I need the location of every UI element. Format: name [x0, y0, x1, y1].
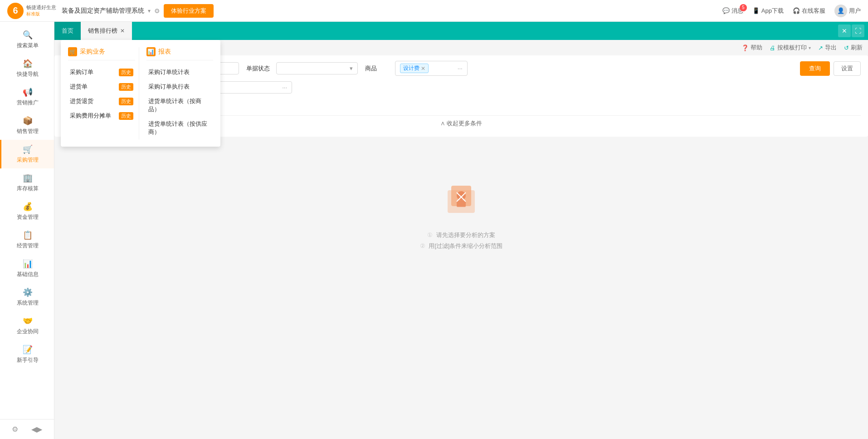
message-btn[interactable]: 💬 消息 5	[722, 7, 743, 15]
user-avatar: 👤	[834, 5, 847, 17]
dropdown-col-purchase-title: 🛒 采购业务	[68, 47, 135, 60]
reports-col-icon: 📊	[146, 47, 156, 56]
sidebar-item-marketing[interactable]: 📢 营销推广	[0, 83, 54, 111]
purchase-col-icon: 🛒	[68, 47, 77, 56]
sidebar-label-coop: 企业协同	[17, 328, 39, 335]
sidebar-item-basic[interactable]: 📊 基础信息	[0, 254, 54, 283]
home-icon: 🏠	[23, 59, 33, 69]
dropdown-item-incoming[interactable]: 进货单 历史	[68, 79, 135, 94]
logo-badge: 标准版	[26, 11, 56, 17]
tab-close-btn[interactable]: ✕	[838, 25, 851, 37]
online-service-btn[interactable]: 🎧 在线客服	[793, 7, 825, 15]
search-icon: 🔍	[23, 30, 33, 40]
sidebar-bottom: ⚙ ◀▶	[0, 419, 54, 439]
industry-btn[interactable]: 体验行业方案	[164, 4, 214, 18]
sidebar-label-operation: 经营管理	[17, 242, 39, 250]
sidebar-label-inventory: 库存核算	[17, 185, 39, 192]
dropdown-overlay: 🛒 采购业务 采购订单 历史 进货单 历史 进货退货 历史 采购费用分摊单 历史	[54, 40, 868, 439]
dropdown-item-report1[interactable]: 采购订单统计表	[146, 65, 214, 79]
tab-close-icon[interactable]: ✕	[120, 28, 125, 34]
sidebar-settings-btn[interactable]: ⚙	[12, 425, 18, 434]
logo-icon: 6	[7, 3, 24, 19]
app-download-btn[interactable]: 📱 App下载	[752, 7, 784, 15]
sidebar-label-search: 搜索菜单	[17, 42, 39, 49]
sales-icon: 📦	[23, 116, 33, 126]
expense-badge: 历史	[119, 112, 133, 120]
sidebar-label-basic: 基础信息	[17, 271, 39, 278]
phone-icon: 📱	[752, 7, 760, 14]
finance-icon: 💰	[23, 202, 33, 212]
guide-icon: 📝	[23, 345, 33, 355]
system-settings-icon[interactable]: ⚙	[154, 7, 160, 15]
return-label: 进货退货	[70, 97, 93, 105]
logo-text: 畅捷通好生意	[26, 4, 56, 10]
sidebar-label-finance: 资金管理	[17, 213, 39, 221]
dropdown-col-purchase: 🛒 采购业务 采购订单 历史 进货单 历史 进货退货 历史 采购费用分摊单 历史	[68, 47, 135, 139]
basic-icon: 📊	[23, 259, 33, 269]
sidebar-label-system: 系统管理	[17, 299, 39, 307]
sidebar: 🔍 搜索菜单 🏠 快捷导航 📢 营销推广 📦 销售管理 🛒 采购管理 🏢 库存核…	[0, 22, 54, 439]
marketing-icon: 📢	[23, 87, 33, 97]
return-badge: 历史	[119, 98, 133, 105]
sidebar-item-nav[interactable]: 🏠 快捷导航	[0, 54, 54, 83]
expense-label: 采购费用分摊单	[70, 112, 111, 120]
logo-area: 6 畅捷通好生意 标准版	[7, 3, 62, 19]
incoming-label: 进货单	[70, 83, 88, 91]
inventory-icon: 🏢	[23, 173, 33, 183]
sidebar-item-inventory[interactable]: 🏢 库存核算	[0, 168, 54, 197]
sidebar-label-purchase: 采购管理	[17, 156, 39, 164]
purchase-order-badge: 历史	[119, 69, 133, 76]
tab-bar: 首页 销售排行榜 ✕ ✕ ⛶	[54, 22, 868, 40]
system-title-area: 装备及固定资产辅助管理系统 ▾ ⚙ 体验行业方案	[62, 4, 722, 18]
sidebar-item-system[interactable]: ⚙️ 系统管理	[0, 283, 54, 311]
sidebar-label-marketing: 营销推广	[17, 99, 39, 107]
system-title-text: 装备及固定资产辅助管理系统	[62, 7, 144, 15]
sidebar-label-guide: 新手引导	[17, 356, 39, 364]
system-title-arrow[interactable]: ▾	[148, 8, 151, 14]
operation-icon: 📋	[23, 230, 33, 240]
tab-home[interactable]: 首页	[54, 22, 81, 40]
sidebar-item-search[interactable]: 🔍 搜索菜单	[0, 25, 54, 54]
headset-icon: 🎧	[793, 7, 800, 14]
message-badge: 5	[740, 4, 747, 11]
tab-sales-rank[interactable]: 销售排行榜 ✕	[81, 22, 132, 40]
user-btn[interactable]: 👤 用户	[834, 5, 861, 17]
dropdown-col-reports-title: 📊 报表	[146, 47, 214, 60]
report1-label: 采购订单统计表	[148, 68, 190, 76]
tab-home-label: 首页	[62, 27, 73, 35]
coop-icon: 🤝	[23, 316, 33, 326]
user-label: 用户	[849, 7, 861, 15]
incoming-badge: 历史	[119, 83, 133, 91]
system-icon: ⚙️	[23, 287, 33, 297]
sidebar-item-operation[interactable]: 📋 经营管理	[0, 226, 54, 254]
dropdown-item-report2[interactable]: 采购订单执行表	[146, 79, 214, 94]
message-icon: 💬	[722, 7, 730, 14]
header-right: 💬 消息 5 📱 App下载 🎧 在线客服 👤 用户	[722, 5, 861, 17]
sidebar-item-purchase[interactable]: 🛒 采购管理	[0, 140, 54, 168]
tab-maximize-btn[interactable]: ⛶	[852, 25, 864, 37]
sidebar-label-sales: 销售管理	[17, 128, 39, 135]
online-service-label: 在线客服	[802, 7, 825, 15]
report3-label: 进货单统计表（按商品）	[148, 97, 212, 113]
sidebar-item-guide[interactable]: 📝 新手引导	[0, 340, 54, 369]
sidebar-collapse-btn[interactable]: ◀▶	[31, 425, 42, 434]
sidebar-label-nav: 快捷导航	[17, 70, 39, 78]
report4-label: 进货单统计表（按供应商）	[148, 120, 212, 136]
tab-bar-right: ✕ ⛶	[838, 25, 868, 37]
sidebar-item-coop[interactable]: 🤝 企业协同	[0, 311, 54, 340]
dropdown-item-expense[interactable]: 采购费用分摊单 历史	[68, 109, 135, 123]
dropdown-col-reports: 📊 报表 采购订单统计表 采购订单执行表 进货单统计表（按商品） 进货单统计表（…	[139, 47, 214, 139]
purchase-icon: 🛒	[23, 144, 33, 154]
top-header: 6 畅捷通好生意 标准版 装备及固定资产辅助管理系统 ▾ ⚙ 体验行业方案 💬 …	[0, 0, 868, 22]
dropdown-item-report3[interactable]: 进货单统计表（按商品）	[146, 94, 214, 117]
app-download-label: App下载	[761, 7, 784, 15]
dropdown-item-report4[interactable]: 进货单统计表（按供应商）	[146, 117, 214, 139]
sidebar-item-finance[interactable]: 💰 资金管理	[0, 197, 54, 226]
dropdown-menu: 🛒 采购业务 采购订单 历史 进货单 历史 进货退货 历史 采购费用分摊单 历史	[61, 40, 220, 147]
report2-label: 采购订单执行表	[148, 83, 190, 91]
sidebar-item-sales[interactable]: 📦 销售管理	[0, 111, 54, 140]
dropdown-item-return[interactable]: 进货退货 历史	[68, 94, 135, 109]
tab-sales-rank-label: 销售排行榜	[88, 27, 117, 35]
dropdown-item-purchase-order[interactable]: 采购订单 历史	[68, 65, 135, 79]
purchase-order-label: 采购订单	[70, 68, 93, 76]
